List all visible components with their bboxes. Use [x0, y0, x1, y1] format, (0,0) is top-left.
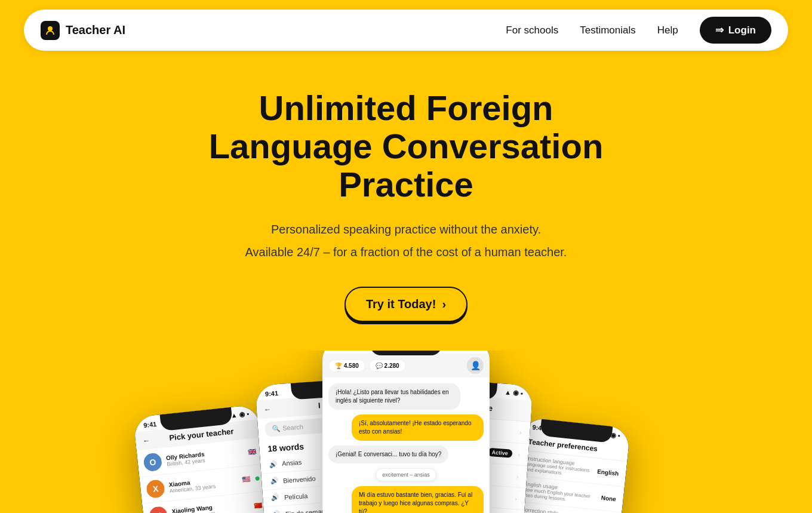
phone-notch-center — [370, 351, 442, 355]
chat-bubble: ¡Genial! E conversaci... tuvo tu día hoy… — [328, 446, 448, 463]
status-time: 9:41 — [143, 420, 157, 429]
avatar: X — [149, 506, 168, 513]
flag-icon: 🇬🇧 — [248, 448, 257, 456]
chat-avatar: 👤 — [467, 357, 484, 374]
cta-arrow-icon: › — [442, 297, 446, 311]
login-button[interactable]: ⇒ Login — [700, 17, 771, 44]
nav-help[interactable]: Help — [657, 24, 678, 36]
pref-label: Correction style — [521, 506, 586, 513]
cta-button[interactable]: Try it Today! › — [345, 287, 467, 322]
avatar: O — [143, 453, 162, 472]
status-icons-center: ▲ ◉ ▪ — [462, 351, 480, 351]
hero-subtitle-1: Personalized speaking practice without t… — [12, 220, 800, 239]
chat-bubble: Mi día estuvo bastante bien, gracias. Fu… — [352, 486, 484, 513]
nav-testimonials[interactable]: Testimonials — [580, 24, 636, 36]
nav-for-schools[interactable]: For schools — [506, 24, 558, 36]
chat-bubble: ¡Hola! ¿Listo para llevar tus habilidade… — [328, 383, 460, 410]
back-icon: ← — [142, 436, 150, 445]
nav-links: For schools Testimonials Help ⇒ Login — [506, 17, 771, 44]
active-indicator — [255, 476, 260, 481]
avatar: X — [146, 480, 165, 499]
chat-messages: ¡Hola! ¿Listo para llevar tus habilidade… — [322, 377, 490, 513]
speaker-icon: 🔊 — [270, 477, 279, 486]
login-icon: ⇒ — [715, 24, 724, 36]
teacher-info: Xiaoma American, 33 years — [168, 474, 238, 494]
flag-icon: 🇨🇳 — [254, 501, 263, 509]
score-pill-1: 🏆 4.580 — [328, 360, 365, 372]
flag-icon: 🇺🇸 — [242, 475, 251, 484]
phone-screen-center: 9:41 ▲ ◉ ▪ 🏆 4.580 💬 2.280 👤 ¡Hola! ¿Lis… — [322, 351, 490, 513]
status-icons-right: ▲ ◉ ▪ — [505, 389, 524, 398]
speaker-icon: 🔊 — [269, 460, 278, 468]
speaker-icon: 🔊 — [272, 511, 281, 513]
chat-bubble: ¡Sí, absolutamente! ¡He estado esperando… — [352, 414, 484, 441]
speaker-icon: 🔊 — [271, 494, 280, 502]
login-label: Login — [728, 24, 756, 36]
back-icon-left: ← — [263, 405, 271, 414]
score-pill-2: 💬 2.280 — [369, 360, 406, 372]
phone-center: 9:41 ▲ ◉ ▪ 🏆 4.580 💬 2.280 👤 ¡Hola! ¿Lis… — [322, 351, 490, 513]
pref-value: English — [597, 468, 619, 477]
chevron-right-icon: › — [516, 473, 519, 480]
navbar: Teacher AI For schools Testimonials Help… — [24, 10, 788, 51]
status-time-left: 9:41 — [265, 389, 279, 398]
chevron-right-icon: › — [515, 495, 517, 502]
pref-value: None — [601, 494, 616, 503]
hero-section: Unlimited Foreign Language Conversation … — [0, 60, 812, 322]
status-time-center: 9:41 — [332, 351, 345, 351]
teacher-list: O Olly Richards British, 42 years 🇬🇧 X X… — [137, 438, 278, 513]
hero-title: Unlimited Foreign Language Conversation … — [197, 89, 615, 203]
active-badge: Active — [487, 448, 512, 458]
cta-label: Try it Today! — [366, 297, 436, 311]
teacher-info: Xiaoling Wang Chinese, 30 years — [171, 500, 250, 513]
chat-bubble: excitement – ansias — [376, 468, 436, 481]
logo-icon — [41, 21, 60, 40]
status-icons: ▲ ◉ ▪ — [230, 410, 250, 420]
svg-point-0 — [48, 26, 53, 31]
chat-top-bar: 🏆 4.580 💬 2.280 👤 — [322, 354, 490, 377]
score-pills: 🏆 4.580 💬 2.280 — [328, 360, 406, 372]
chevron-right-icon: › — [519, 429, 522, 435]
hero-subtitle-2: Available 24/7 – for a fraction of the c… — [12, 242, 800, 262]
logo-text: Teacher AI — [66, 23, 125, 37]
chevron-right-icon: › — [518, 451, 520, 457]
teacher-info: Olly Richards British, 42 years — [166, 447, 244, 467]
logo[interactable]: Teacher AI — [41, 21, 125, 40]
phones-section: 9:41 ▲ ◉ ▪ ← Pick your teacher O Olly Ri… — [0, 351, 812, 513]
